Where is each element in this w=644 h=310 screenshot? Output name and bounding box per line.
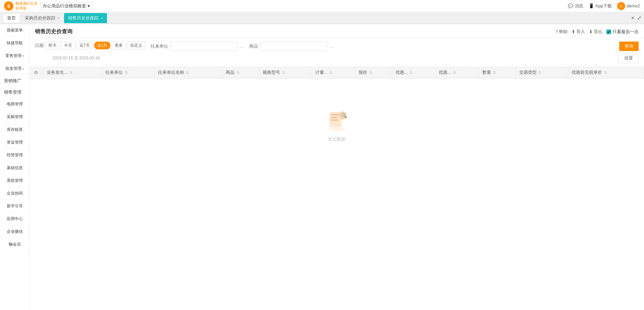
sidebar-item-quick-nav[interactable]: 快捷导航 [0,37,29,50]
sidebar-item-guide[interactable]: 新手引导 [0,200,29,213]
sort-icon: ⇅ [369,70,372,74]
sort-icon: ⇅ [453,70,456,74]
sidebar-item-system[interactable]: 系统管理 [0,174,29,187]
settings-button[interactable]: 设置 [619,53,639,63]
date-filter-group: 日期 昨天 今天 近7天 近1月 更多 自定义 [35,42,145,49]
export-button[interactable]: ⬇ 导出 [589,29,602,35]
message-button[interactable]: 💬 消息 [568,3,583,9]
svg-rect-3 [331,117,337,118]
logo-area: 6 畅捷通好生意 标准版 [4,1,38,11]
import-button[interactable]: ⬆ 导入 [572,29,585,35]
sidebar-item-operations[interactable]: 经营管理 [0,149,29,162]
sort-icon: ⇅ [69,70,72,74]
sort-icon: ⇅ [604,70,607,74]
sort-icon: ⇅ [186,70,189,74]
th-unit[interactable]: 计量... ⇅ [312,67,355,79]
tab-purchase-close[interactable]: × [57,16,59,20]
tab-maximize-button[interactable]: ⤢ [637,15,641,21]
settings-icon: ⚙ [34,70,38,75]
product-input[interactable] [260,42,327,51]
page-title: 销售历史价查询 [35,28,72,35]
sidebar-item-basic-info[interactable]: 基础信息 [0,162,29,174]
date-btn-last7days[interactable]: 近7天 [76,42,93,49]
tab-close-all-button[interactable]: × [631,15,634,21]
th-pretax-price[interactable]: 优惠前无税单价 ⇅ [568,67,644,79]
svg-rect-4 [331,119,339,121]
partner-input[interactable] [170,42,237,51]
th-biz-date[interactable]: 业务发生... ⇅ [43,67,102,79]
chevron-down-icon: ▾ [88,3,90,8]
th-spec[interactable]: 规格型号 ⇅ [259,67,312,79]
query-button[interactable]: 查询 [619,42,639,51]
sidebar-item-sales-mgmt[interactable]: 销售管理 [0,87,29,98]
th-discount1[interactable]: 优惠... ⇅ [392,67,435,79]
logo-text: 畅捷通好生意 标准版 [15,1,38,10]
svg-point-0 [328,127,345,131]
product-label: 商品 [249,43,258,49]
sort-icon: ⇅ [410,70,413,74]
only-last-label: 只看最后一次 [612,29,639,35]
th-partner-name[interactable]: 往来单位名称 ⇅ [154,67,222,79]
tab-purchase[interactable]: 采购历史价跟踪 × [21,13,63,23]
product-dots-button[interactable]: ... [329,43,333,49]
download-icon: 📱 [589,3,594,8]
sidebar-label-retail: 零售管理 [5,53,21,59]
chevron-up-icon: ▴ [22,67,24,70]
date-buttons: 昨天 今天 近7天 近1月 更多 自定义 [46,42,145,49]
tab-sales-close[interactable]: × [101,16,103,20]
svg-rect-2 [331,114,340,115]
date-btn-custom[interactable]: 自定义 [127,42,145,49]
empty-state: 🔍 暂元数据 [30,79,644,169]
sidebar-item-finance[interactable]: 资金管理 [0,136,29,149]
date-btn-today[interactable]: 今天 [61,42,75,49]
chevron-down-icon: ▾ [22,54,24,58]
table-header-row: ⚙ 业务发生... ⇅ 往来单位 ⇅ 往来单位名称 ⇅ [30,67,644,79]
sidebar-item-ecommerce[interactable]: 电商管理 [0,98,29,111]
data-table: ⚙ 业务发生... ⇅ 往来单位 ⇅ 往来单位名称 ⇅ [30,67,644,79]
th-settings[interactable]: ⚙ [30,67,43,79]
sidebar-item-enterprise[interactable]: 企业协同 [0,187,29,200]
sidebar-item-app-center[interactable]: 应用中心 [0,213,29,225]
filter-row-1: 日期 昨天 今天 近7天 近1月 更多 自定义 往来单位 ... 商品 ... [30,38,644,51]
th-price[interactable]: 报价 ⇅ [355,67,392,79]
sidebar: 搜索菜单 快捷导航 零售管理 ▾ 批发管理 ▴ 营销推广 销售管理 电商管理 采… [0,24,30,310]
tab-home[interactable]: 首页 [3,13,20,23]
top-bar-right: 💬 消息 📱 App下载 D demo2 [568,2,640,10]
date-label: 日期 [35,43,44,49]
sidebar-item-marketing[interactable]: 营销推广 [0,75,29,87]
date-btn-last1month[interactable]: 近1月 [94,42,111,49]
sidebar-item-wholesale[interactable]: 批发管理 ▴ [0,62,29,75]
product-filter-group: 商品 ... [249,42,333,51]
sidebar-item-inventory[interactable]: 库存核算 [0,123,29,136]
question-icon: ? [555,29,558,34]
filter-row-2: 2023-02-18 至 2023-03-18 设置 [30,51,644,67]
empty-icon: 🔍 [323,105,350,132]
sidebar-item-member[interactable]: 畅会员 [0,238,29,251]
partner-dots-button[interactable]: ... [239,43,244,49]
th-partner-code[interactable]: 往来单位 ⇅ [102,67,154,79]
th-trade-type[interactable]: 交易类型 ⇅ [516,67,568,79]
sidebar-item-retail[interactable]: 零售管理 ▾ [0,50,29,62]
th-quantity[interactable]: 数量 ⇅ [479,67,516,79]
sidebar-item-purchase[interactable]: 采购管理 [0,111,29,123]
app-download-button[interactable]: 📱 App下载 [589,3,612,9]
sort-icon: ⇅ [282,70,285,74]
date-btn-more[interactable]: 更多 [112,42,126,49]
tab-bar-right: × ⤢ [631,15,641,21]
app-selector[interactable]: 办公用品行业模拟账套 ▾ [40,2,92,10]
logo-icon: 6 [4,1,13,11]
empty-text: 暂元数据 [328,136,345,142]
user-area[interactable]: D demo2 [617,2,640,10]
only-last-checkbox[interactable] [606,30,611,34]
sidebar-item-wechat[interactable]: 企业微信 [0,225,29,238]
date-btn-yesterday[interactable]: 昨天 [46,42,60,49]
table-container: ⚙ 业务发生... ⇅ 往来单位 ⇅ 往来单位名称 ⇅ [30,67,644,310]
date-range-text: 2023-02-18 至 2023-03-18 [52,55,100,61]
tab-sales[interactable]: 销售历史价跟踪 × [64,13,107,23]
sidebar-item-search-menu[interactable]: 搜索菜单 [0,24,29,37]
th-product[interactable]: 商品 ⇅ [222,67,259,79]
th-discount2[interactable]: 优惠... ⇅ [435,67,479,79]
help-button[interactable]: ? 帮助 [555,29,568,35]
partner-label: 往来单位 [151,43,168,49]
main-area: 搜索菜单 快捷导航 零售管理 ▾ 批发管理 ▴ 营销推广 销售管理 电商管理 采… [0,24,644,310]
